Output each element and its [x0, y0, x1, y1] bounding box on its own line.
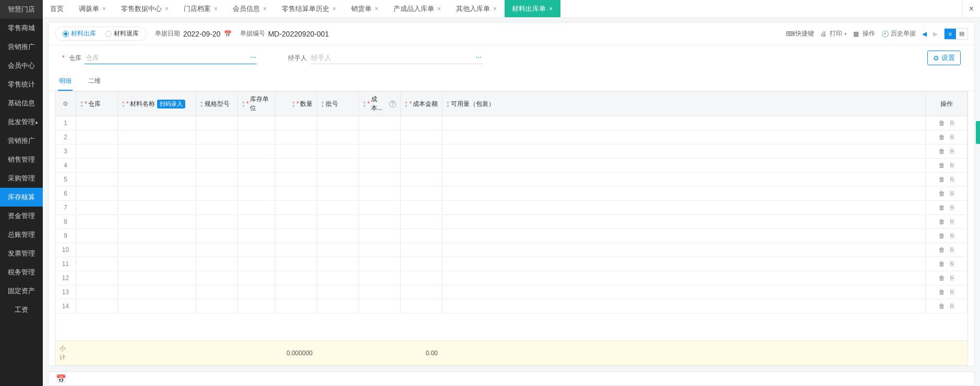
- cell-batch[interactable]: [317, 243, 359, 257]
- col-cost[interactable]: ▴▾*成本...?: [359, 92, 401, 116]
- operate-button[interactable]: ▦操作: [853, 29, 875, 38]
- tab[interactable]: 会员信息×: [225, 0, 274, 17]
- cell-available[interactable]: [443, 243, 926, 257]
- next-doc-button[interactable]: ▶: [933, 30, 938, 38]
- cell-amount[interactable]: [401, 299, 443, 313]
- cell-cost[interactable]: [359, 257, 401, 271]
- cell-batch[interactable]: [317, 201, 359, 214]
- table-row[interactable]: 9🗑⎘: [55, 229, 967, 243]
- table-row[interactable]: 12🗑⎘: [55, 271, 967, 285]
- copy-row-icon[interactable]: ⎘: [950, 274, 954, 282]
- tab[interactable]: 产成品入库单×: [386, 0, 449, 17]
- sidebar-item[interactable]: 营销推广: [0, 131, 43, 150]
- table-row[interactable]: 3🗑⎘: [55, 144, 967, 159]
- cell-spec[interactable]: [196, 229, 238, 243]
- delete-row-icon[interactable]: 🗑: [939, 274, 945, 282]
- cell-material[interactable]: [118, 173, 196, 186]
- delete-row-icon[interactable]: 🗑: [939, 148, 945, 155]
- cell-unit[interactable]: [238, 257, 276, 271]
- cell-qty[interactable]: [276, 215, 317, 228]
- cell-cost[interactable]: [359, 159, 401, 172]
- cell-spec[interactable]: [196, 130, 238, 144]
- cell-qty[interactable]: [276, 187, 317, 200]
- cell-unit[interactable]: [238, 187, 276, 200]
- history-button[interactable]: 🕘历史单据: [881, 29, 916, 38]
- cell-spec[interactable]: [196, 299, 238, 313]
- cell-warehouse[interactable]: [76, 243, 118, 257]
- table-row[interactable]: 2🗑⎘: [55, 130, 967, 144]
- copy-row-icon[interactable]: ⎘: [950, 204, 954, 211]
- cell-available[interactable]: [443, 144, 926, 158]
- cell-qty[interactable]: [276, 144, 317, 158]
- sidebar-item[interactable]: 基础信息: [0, 94, 43, 113]
- col-unit[interactable]: ▴▾*库存单位: [238, 92, 276, 116]
- cell-available[interactable]: [443, 116, 926, 130]
- cell-unit[interactable]: [238, 130, 276, 144]
- copy-row-icon[interactable]: ⎘: [950, 134, 954, 141]
- cell-spec[interactable]: [196, 285, 238, 299]
- copy-row-icon[interactable]: ⎘: [950, 232, 954, 239]
- close-icon[interactable]: ×: [263, 5, 267, 13]
- close-icon[interactable]: ×: [102, 5, 106, 13]
- cell-batch[interactable]: [317, 299, 359, 313]
- help-icon[interactable]: ?: [389, 101, 396, 107]
- sidebar-item[interactable]: 总账管理: [0, 225, 43, 244]
- cell-material[interactable]: [118, 187, 196, 200]
- col-spec[interactable]: ▴▾规格型号: [196, 92, 238, 116]
- copy-row-icon[interactable]: ⎘: [950, 119, 954, 127]
- tab[interactable]: 零售数据中心×: [114, 0, 176, 17]
- close-icon[interactable]: ×: [214, 5, 218, 13]
- close-icon[interactable]: ×: [493, 5, 497, 13]
- cell-amount[interactable]: [401, 201, 443, 214]
- cell-amount[interactable]: [401, 187, 443, 200]
- cell-batch[interactable]: [317, 229, 359, 243]
- delete-row-icon[interactable]: 🗑: [939, 232, 945, 239]
- settings-button[interactable]: ⚙设置: [927, 51, 961, 65]
- cell-cost[interactable]: [359, 271, 401, 285]
- cell-warehouse[interactable]: [76, 257, 118, 271]
- table-row[interactable]: 1🗑⎘: [55, 116, 967, 130]
- copy-row-icon[interactable]: ⎘: [950, 246, 954, 254]
- cell-cost[interactable]: [359, 243, 401, 257]
- cell-amount[interactable]: [401, 271, 443, 285]
- view-list-button[interactable]: ≡: [945, 29, 956, 39]
- cell-unit[interactable]: [238, 243, 276, 257]
- cell-spec[interactable]: [196, 257, 238, 271]
- col-amount[interactable]: ▴▾*成本金额: [401, 92, 443, 116]
- sidebar-item[interactable]: 智慧门店: [0, 0, 43, 19]
- delete-row-icon[interactable]: 🗑: [939, 119, 945, 127]
- close-icon[interactable]: ×: [437, 5, 441, 13]
- cell-material[interactable]: [118, 243, 196, 257]
- cell-unit[interactable]: [238, 215, 276, 228]
- tab-home[interactable]: 首页: [43, 0, 71, 17]
- cell-unit[interactable]: [238, 201, 276, 214]
- view-card-button[interactable]: ▤: [956, 29, 967, 39]
- radio-material-return[interactable]: 材料退库: [105, 29, 139, 38]
- cell-cost[interactable]: [359, 215, 401, 228]
- right-edge-tab[interactable]: [976, 121, 980, 144]
- cell-amount[interactable]: [401, 130, 443, 144]
- cell-warehouse[interactable]: [76, 215, 118, 228]
- prev-doc-button[interactable]: ◀: [922, 30, 927, 38]
- cell-warehouse[interactable]: [76, 271, 118, 285]
- cell-amount[interactable]: [401, 215, 443, 228]
- cell-warehouse[interactable]: [76, 201, 118, 214]
- copy-row-icon[interactable]: ⎘: [950, 218, 954, 225]
- cell-material[interactable]: [118, 285, 196, 299]
- cell-available[interactable]: [443, 201, 926, 214]
- sidebar-item[interactable]: 资金管理: [0, 207, 43, 225]
- copy-row-icon[interactable]: ⎘: [950, 176, 954, 183]
- grid-body[interactable]: 1🗑⎘2🗑⎘3🗑⎘4🗑⎘5🗑⎘6🗑⎘7🗑⎘8🗑⎘9🗑⎘10🗑⎘11🗑⎘12🗑⎘1…: [55, 116, 967, 341]
- cell-available[interactable]: [443, 173, 926, 186]
- delete-row-icon[interactable]: 🗑: [939, 260, 945, 268]
- cell-warehouse[interactable]: [76, 187, 118, 200]
- cell-material[interactable]: [118, 215, 196, 228]
- cell-cost[interactable]: [359, 229, 401, 243]
- table-row[interactable]: 7🗑⎘: [55, 201, 967, 215]
- doc-date-value[interactable]: 2022-09-20: [183, 30, 221, 38]
- copy-row-icon[interactable]: ⎘: [950, 303, 954, 310]
- handler-input[interactable]: [310, 52, 482, 64]
- col-qty[interactable]: ▴▾*数量: [276, 92, 317, 116]
- col-material[interactable]: ▴▾*材料名称扫码录入: [118, 92, 196, 116]
- bottom-panel[interactable]: 📅: [48, 371, 975, 386]
